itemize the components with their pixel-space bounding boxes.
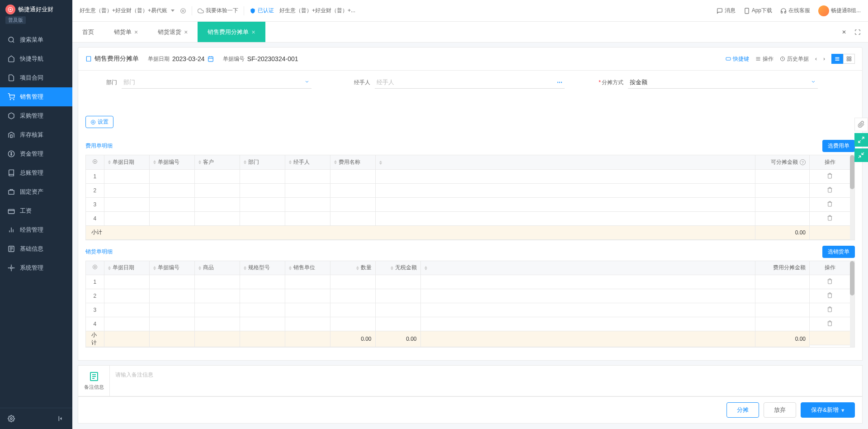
- table-row[interactable]: 3: [86, 303, 809, 317]
- nav-next-icon[interactable]: ›: [823, 56, 825, 62]
- sidebar-item-6[interactable]: 资金管理: [0, 144, 72, 163]
- sort-icon[interactable]: [198, 266, 201, 270]
- column-header-amount[interactable]: 可分摊金额?: [755, 155, 809, 169]
- column-header[interactable]: [420, 261, 755, 275]
- gear-icon[interactable]: [180, 8, 186, 14]
- sort-icon[interactable]: [108, 266, 111, 270]
- doc-date-value[interactable]: 2023-03-24: [172, 55, 205, 62]
- sidebar-item-7[interactable]: 总账管理: [0, 163, 72, 182]
- sidebar-item-3[interactable]: 销售管理: [0, 87, 72, 106]
- table-row[interactable]: 1: [86, 275, 809, 289]
- sort-icon[interactable]: [108, 160, 111, 164]
- expand-icon[interactable]: [854, 133, 868, 147]
- column-header[interactable]: 销售单位: [285, 261, 330, 275]
- tab-1[interactable]: 销货单×: [104, 22, 148, 42]
- sidebar-item-8[interactable]: 固定资产: [0, 182, 72, 201]
- chevron-down-icon[interactable]: [304, 79, 310, 86]
- column-header[interactable]: 无税金额: [375, 261, 420, 275]
- calendar-icon[interactable]: [208, 56, 214, 62]
- sidebar-item-1[interactable]: 快捷导航: [0, 49, 72, 68]
- sort-icon[interactable]: [425, 266, 427, 270]
- column-header-amount[interactable]: 费用分摊金额: [755, 261, 809, 275]
- sort-icon[interactable]: [391, 266, 393, 270]
- delete-icon[interactable]: [813, 278, 846, 286]
- app-download-link[interactable]: App下载: [744, 7, 772, 14]
- dept-input[interactable]: [122, 76, 311, 89]
- select-expense-button[interactable]: 选费用单: [822, 140, 855, 152]
- chevron-down-icon[interactable]: [811, 79, 816, 86]
- attachment-icon[interactable]: [854, 118, 868, 131]
- nav-prev-icon[interactable]: ‹: [815, 56, 817, 62]
- more-icon[interactable]: ⋯: [557, 79, 563, 86]
- collapse-float-icon[interactable]: [854, 148, 868, 162]
- sort-icon[interactable]: [244, 160, 246, 164]
- collapse-icon[interactable]: [57, 415, 65, 423]
- save-new-button[interactable]: 保存&新增 ▾: [801, 402, 855, 418]
- table-row[interactable]: 2: [86, 289, 809, 303]
- verified-badge[interactable]: 已认证: [250, 7, 274, 14]
- try-button[interactable]: 我要体验一下: [198, 7, 238, 14]
- allocate-button[interactable]: 分摊: [726, 402, 759, 418]
- select-sales-button[interactable]: 选销货单: [822, 246, 855, 258]
- handler-input[interactable]: [375, 76, 565, 89]
- product-selector[interactable]: 好生意（普）+好业财（普）+易代账: [80, 7, 175, 14]
- sort-icon[interactable]: [356, 266, 359, 270]
- sidebar-item-9[interactable]: 工资: [0, 201, 72, 220]
- operate-button[interactable]: 操作: [755, 55, 774, 63]
- support-link[interactable]: 在线客服: [780, 7, 810, 14]
- table-row[interactable]: 4: [86, 317, 809, 331]
- gear-header[interactable]: [86, 155, 104, 169]
- history-button[interactable]: 历史单据: [780, 55, 809, 63]
- sort-icon[interactable]: [153, 266, 156, 270]
- scrollbar[interactable]: [850, 261, 854, 348]
- sidebar-item-12[interactable]: 系统管理: [0, 258, 72, 277]
- sidebar-item-4[interactable]: 采购管理: [0, 106, 72, 125]
- sort-icon[interactable]: [153, 160, 156, 164]
- delete-icon[interactable]: [813, 215, 846, 222]
- column-header[interactable]: 单据日期: [104, 155, 149, 169]
- view-grid-button[interactable]: [843, 54, 855, 64]
- column-header[interactable]: 费用名称: [330, 155, 375, 169]
- close-icon[interactable]: ×: [134, 29, 138, 36]
- sort-icon[interactable]: [289, 160, 292, 164]
- discard-button[interactable]: 放弃: [764, 402, 796, 418]
- column-header[interactable]: 单据编号: [149, 155, 194, 169]
- gear-header[interactable]: [86, 261, 104, 275]
- product-line-2[interactable]: 好生意（普）+好业财（普）+...: [279, 7, 355, 14]
- settings-icon[interactable]: [7, 415, 15, 423]
- delete-icon[interactable]: [813, 173, 846, 180]
- delete-icon[interactable]: [813, 187, 846, 194]
- info-icon[interactable]: ?: [800, 159, 806, 165]
- column-header[interactable]: 经手人: [285, 155, 330, 169]
- scrollbar[interactable]: [850, 155, 854, 240]
- sidebar-item-11[interactable]: 基础信息: [0, 239, 72, 258]
- column-header[interactable]: 数量: [330, 261, 375, 275]
- table-row[interactable]: 2: [86, 183, 809, 197]
- sidebar-item-5[interactable]: 库存核算: [0, 125, 72, 144]
- sort-icon[interactable]: [334, 160, 337, 164]
- delete-icon[interactable]: [813, 320, 846, 328]
- table-row[interactable]: 4: [86, 211, 809, 225]
- sort-icon[interactable]: [379, 161, 382, 165]
- delete-icon[interactable]: [813, 306, 846, 314]
- fullscreen-icon[interactable]: [851, 25, 864, 39]
- column-header[interactable]: [375, 155, 755, 169]
- config-button[interactable]: 设置: [85, 116, 113, 128]
- remarks-input[interactable]: [110, 366, 862, 396]
- column-header[interactable]: 客户: [194, 155, 240, 169]
- method-input[interactable]: [628, 76, 818, 89]
- sort-icon[interactable]: [244, 266, 246, 270]
- close-icon[interactable]: ×: [251, 29, 255, 36]
- sidebar-item-2[interactable]: 项目合同: [0, 68, 72, 87]
- user-menu[interactable]: 畅捷通B组...: [818, 5, 861, 16]
- tab-3[interactable]: 销售费用分摊单×: [198, 22, 265, 42]
- sidebar-item-0[interactable]: 搜索菜单: [0, 30, 72, 49]
- close-all-tabs-icon[interactable]: ✕: [837, 25, 851, 39]
- messages-link[interactable]: 消息: [717, 7, 736, 14]
- sort-icon[interactable]: [198, 160, 201, 164]
- column-header[interactable]: 部门: [240, 155, 285, 169]
- shortcut-button[interactable]: 快捷键: [726, 55, 749, 63]
- delete-icon[interactable]: [813, 292, 846, 300]
- sidebar-item-10[interactable]: 经营管理: [0, 220, 72, 239]
- column-header[interactable]: 规格型号: [240, 261, 285, 275]
